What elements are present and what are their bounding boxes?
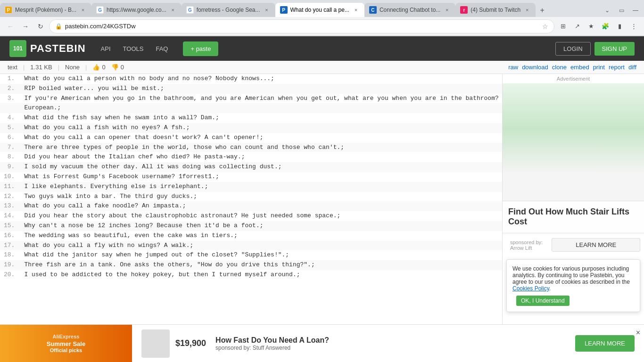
line-number: 10.: [0, 172, 20, 182]
restore-button[interactable]: ▭: [615, 4, 628, 17]
ad-image: Find Out How Much Stair Lifts Cost: [503, 83, 644, 234]
extensions-button[interactable]: ⊞: [556, 20, 570, 33]
line-code: What did the fish say when he swam into …: [20, 113, 502, 123]
pastebin-nav: API TOOLS FAQ: [95, 42, 174, 55]
new-tab-button[interactable]: +: [536, 4, 549, 17]
cookie-actions: OK, I Understand: [512, 296, 634, 306]
tab-favicon-3: G: [186, 6, 194, 14]
separator-2: |: [58, 64, 59, 71]
tab-close-3[interactable]: ×: [263, 6, 271, 14]
line-code: What do you call a person with no body a…: [20, 74, 502, 84]
downvote-button[interactable]: 👎 0: [111, 64, 124, 71]
cookie-ok-button[interactable]: OK, I Understand: [516, 296, 570, 306]
code-table: 1.What do you call a person with no body…: [0, 74, 503, 280]
login-button[interactable]: LOGIN: [555, 42, 590, 56]
bottom-ad: AliExpress Summer Sale Official picks $1…: [0, 324, 644, 362]
tab-close-5[interactable]: ×: [443, 6, 451, 14]
download-link[interactable]: download: [522, 64, 548, 71]
faq-link[interactable]: FAQ: [150, 42, 173, 55]
print-link[interactable]: print: [593, 64, 605, 71]
close-window-button[interactable]: —: [629, 4, 642, 17]
line-number: 6.: [0, 133, 20, 143]
tab-google1[interactable]: G https://www.google.co... ×: [91, 3, 182, 17]
cookie-policy-link[interactable]: Cookies Policy: [512, 285, 549, 292]
bottom-ad-product-image: [141, 329, 170, 358]
menu-button[interactable]: ⋮: [627, 20, 640, 33]
tab-close-2[interactable]: ×: [169, 6, 177, 14]
pastebin-logo[interactable]: 101 PASTEBIN: [9, 40, 86, 57]
toolbar-actions: raw download clone embed print report di…: [508, 64, 636, 71]
bottom-ad-price: $19,900: [175, 338, 206, 348]
raw-link[interactable]: raw: [508, 64, 518, 71]
learn-more-button[interactable]: LEARN MORE: [552, 238, 640, 252]
tab-close-4[interactable]: ×: [352, 6, 360, 14]
tab-twitch[interactable]: r (4) Submit to Twitch ×: [455, 3, 536, 17]
table-row: 20.I used to be addicted to the hokey po…: [0, 270, 503, 280]
paste-button[interactable]: + paste: [183, 41, 218, 56]
logo-text: PASTEBIN: [30, 42, 86, 55]
line-code: What is Forrest Gump's Facebook username…: [20, 172, 502, 182]
table-row: 2.RIP boiled water... you will be mist.;: [0, 84, 503, 94]
tab-title-2: https://www.google.co...: [107, 7, 166, 13]
line-code: European.;: [20, 103, 502, 113]
table-row: 4.What did the fish say when he swam int…: [0, 113, 503, 123]
ad-label: Advertisement: [503, 74, 644, 83]
tab-favicon-2: G: [96, 6, 104, 14]
tab-google2[interactable]: G forretress - Google Sea... ×: [182, 3, 275, 17]
table-row: 7.There are three types of people in the…: [0, 143, 503, 153]
cookie-text: We use cookies for various purposes incl…: [512, 265, 630, 285]
tab-list-button[interactable]: ⌄: [601, 4, 614, 17]
line-code: I like elephants. Everything else is irr…: [20, 182, 502, 192]
forward-button[interactable]: →: [19, 20, 32, 33]
bottom-ad-sub-text: sponsored by: Stuff Answered: [215, 345, 329, 351]
tab-favicon-4: P: [280, 6, 288, 14]
report-link[interactable]: report: [609, 64, 625, 71]
tab-close-6[interactable]: ×: [523, 6, 531, 14]
aliexpress-label: AliExpress: [53, 334, 80, 339]
line-code: There are three types of people in the w…: [20, 143, 502, 153]
pastebin-header: 101 PASTEBIN API TOOLS FAQ + paste LOGIN…: [0, 36, 644, 61]
table-row: 6.What do you call a can opener that doe…: [0, 133, 503, 143]
upvote-button[interactable]: 👍 0: [92, 64, 105, 71]
api-link[interactable]: API: [95, 42, 116, 55]
tab-chatbot[interactable]: C Connecting Chatbot to... ×: [364, 3, 455, 17]
ad-bottom-bar: sponsored by: Arrow Lift LEARN MORE: [503, 234, 644, 255]
embed-link[interactable]: embed: [570, 64, 589, 71]
tab-close-1[interactable]: ×: [79, 6, 87, 14]
separator-1: |: [23, 64, 25, 71]
line-number: 17.: [0, 241, 20, 251]
back-button[interactable]: ←: [4, 20, 17, 33]
tab-pastebin[interactable]: P What do you call a pe... ×: [275, 3, 364, 17]
line-number: 1.: [0, 74, 20, 84]
refresh-button[interactable]: ↻: [34, 20, 47, 33]
line-number: 12.: [0, 192, 20, 202]
bottom-ad-content: $19,900 How Fast Do You Need A Loan? spo…: [132, 329, 644, 358]
table-row: 19.Three fish are in a tank. One asks th…: [0, 260, 503, 270]
bottom-ad-close-button[interactable]: ×: [636, 329, 640, 337]
tab-title-1: Mesprit (Pokémon) - B...: [15, 7, 76, 13]
line-code: What do you call a fake noodle? An impas…: [20, 201, 502, 211]
tab-pokemon[interactable]: P Mesprit (Pokémon) - B... ×: [0, 3, 91, 17]
line-number: 3.: [0, 94, 20, 104]
clone-link[interactable]: clone: [552, 64, 567, 71]
puzzle-button[interactable]: 🧩: [599, 20, 612, 33]
ad-banner-title: Find Out How Much Stair Lifts Cost: [508, 207, 638, 227]
line-number: 20.: [0, 270, 20, 280]
share-button[interactable]: ↗: [570, 20, 584, 33]
table-row: 17.What do you call a fly with no wings?…: [0, 241, 503, 251]
table-row: 9.I sold my vacuum the other day. All it…: [0, 162, 503, 172]
address-bar[interactable]: 🔒 pastebin.com/24KGSTDw ☆: [49, 19, 554, 33]
line-code: Why can't a nose be 12 inches long? Beca…: [20, 221, 502, 231]
table-row: 18.What did the janitor say when he jump…: [0, 250, 503, 260]
line-code: What did the janitor say when he jumped …: [20, 250, 502, 260]
table-row: 8.Did you hear about the Italian chef wh…: [0, 152, 503, 162]
bookmarks-button[interactable]: ★: [585, 20, 598, 33]
sidebar-toggle[interactable]: ▮: [613, 20, 626, 33]
bottom-ad-cta-button[interactable]: LEARN MORE: [575, 335, 635, 352]
tab-favicon-1: P: [5, 6, 12, 14]
signup-button[interactable]: SIGN UP: [594, 42, 635, 56]
main-content: 1.What do you call a person with no body…: [0, 74, 644, 358]
separator-3: |: [85, 64, 87, 71]
tools-link[interactable]: TOOLS: [117, 42, 149, 55]
diff-link[interactable]: diff: [628, 64, 636, 71]
